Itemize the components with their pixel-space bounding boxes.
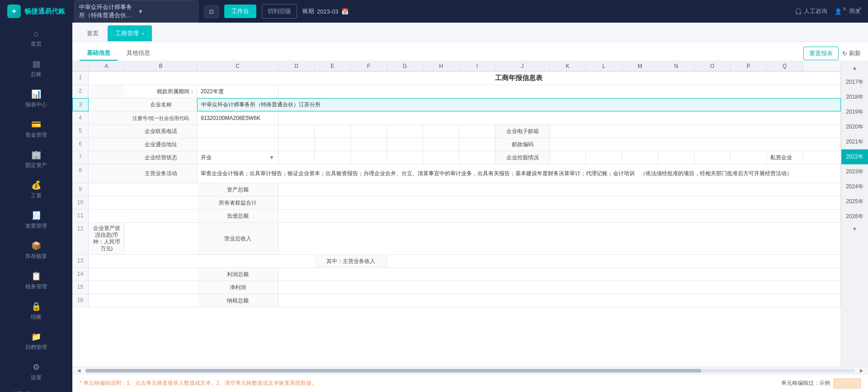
sidebar-item-archive[interactable]: 📁 归档管理 [0, 325, 72, 356]
company-selector[interactable]: 中审众环会计师事务所（特殊普通合伙… ▼ [74, 0, 198, 23]
cell-7K[interactable] [550, 151, 586, 164]
subtab-basic[interactable]: 基础信息 [80, 46, 118, 61]
tab-home[interactable]: 首页 [80, 26, 106, 41]
cell-7D[interactable] [278, 151, 315, 164]
sidebar-item-close[interactable]: 🔒 结账 [0, 295, 72, 325]
cell-5F[interactable] [351, 125, 387, 138]
cell-5E[interactable] [315, 125, 351, 138]
cell-4rest[interactable] [278, 112, 841, 124]
cell-5H[interactable] [423, 125, 459, 138]
cell-5D[interactable] [278, 125, 315, 138]
cell-11rest[interactable] [278, 210, 841, 222]
cell-14rest[interactable] [278, 268, 841, 281]
cell-3B[interactable]: 企业名称 [125, 98, 197, 111]
cell-7N[interactable] [658, 151, 694, 164]
cell-16rest[interactable] [278, 294, 841, 307]
cell-8B[interactable]: 主营业务活动 [125, 164, 197, 183]
cell-6A[interactable] [89, 138, 125, 151]
cell-11B[interactable] [125, 210, 197, 222]
cell-6D[interactable] [278, 138, 315, 151]
year-item-2023[interactable]: 2023年 [841, 164, 868, 179]
cell-2rest[interactable] [278, 85, 841, 98]
cell-16C[interactable]: 纳税总额 [197, 294, 278, 307]
cell-3C[interactable]: 中审众环会计师事务所（特殊普通合伙）江苏分所 [197, 98, 841, 111]
cell-13rest[interactable] [387, 255, 841, 268]
cell-6C[interactable] [197, 138, 278, 151]
cell-8C[interactable]: 审查企业会计报表；出具审计报告；验证企业资本；出具验资报告；办理企业合并、分立、… [197, 164, 841, 183]
cell-14B[interactable] [125, 268, 197, 281]
cell-15C[interactable]: 净利润 [197, 281, 278, 294]
cell-10B[interactable] [125, 196, 197, 209]
scroll-left-arrow[interactable]: ◄ [74, 367, 84, 374]
copy-button[interactable]: ⊡ [204, 5, 219, 18]
cell-4C[interactable]: 91320100MA208E5W6K [197, 112, 278, 124]
cell-6B[interactable]: 企业通信地址 [125, 138, 197, 151]
year-item-2018[interactable]: 2018年 [841, 90, 868, 105]
cell-1B[interactable] [125, 72, 197, 85]
year-item-2020[interactable]: 2020年 [841, 120, 868, 134]
sidebar-item-asset[interactable]: 🏢 固定资产 [0, 143, 72, 174]
cell-13C[interactable] [197, 255, 278, 268]
cell-7I[interactable] [459, 151, 495, 164]
cell-9rest[interactable] [278, 183, 841, 196]
cell-12C[interactable]: 营业总收入 [197, 223, 278, 254]
horizontal-scrollbar[interactable]: ◄ ► [72, 367, 868, 374]
cell-7J[interactable]: 企业控股情况 [495, 151, 550, 164]
cell-11C[interactable]: 负债总额 [197, 210, 278, 222]
year-item-2021[interactable]: 2021年 [841, 134, 868, 149]
cell-5C[interactable] [197, 125, 278, 138]
cell-13E[interactable]: 其中：主营业务收入 [315, 255, 387, 268]
year-item-2026[interactable]: 2026年 [841, 209, 868, 224]
cell-6E[interactable] [315, 138, 351, 151]
year-item-2024[interactable]: 2024年 [841, 179, 868, 194]
workbench-button[interactable]: 工作台 [224, 5, 256, 18]
cell-15A[interactable] [89, 281, 125, 294]
year-item-2019[interactable]: 2019年 [841, 105, 868, 120]
cell-2C[interactable]: 2022年度 [197, 85, 278, 98]
cell-14A[interactable] [89, 268, 125, 281]
cell-7G[interactable] [387, 151, 423, 164]
spreadsheet-main[interactable]: A B C D E F G H I J K L M [72, 61, 841, 367]
scroll-right-arrow[interactable]: ► [857, 367, 866, 374]
cell-1A[interactable] [89, 72, 125, 85]
cell-9A[interactable] [89, 183, 125, 196]
cell-5B[interactable]: 企业联系电话 [125, 125, 197, 138]
scroll-thumb[interactable] [85, 369, 701, 373]
cell-5rest[interactable] [550, 125, 841, 138]
refresh-button[interactable]: ↻ 刷新 [842, 49, 861, 57]
cell-14C[interactable]: 利润总额 [197, 268, 278, 281]
cell-6H[interactable] [423, 138, 459, 151]
cell-13B[interactable] [125, 255, 197, 268]
cell-7B[interactable]: 企业经营状态 [125, 151, 197, 164]
calendar-icon[interactable]: 📅 [341, 8, 349, 15]
cell-6I[interactable] [459, 138, 495, 151]
cell-9C[interactable]: 资产总额 [197, 183, 278, 196]
year-scroll-down[interactable]: ▼ [848, 224, 862, 234]
cell-5I[interactable] [459, 125, 495, 138]
year-item-2017[interactable]: 2017年 [841, 75, 868, 90]
cell-7C[interactable]: 开业 ▼ [197, 151, 278, 164]
cell-5J[interactable]: 企业电子邮箱 [495, 125, 550, 138]
cell-4A[interactable] [89, 112, 125, 124]
cell-7F[interactable] [351, 151, 387, 164]
cell-10A[interactable] [89, 196, 125, 209]
cell-16B[interactable] [125, 294, 197, 307]
cell-12A[interactable]: 企业资产状况信息(币种：人民币万元) [89, 223, 125, 254]
cell-10C[interactable]: 所有者权益合计 [197, 196, 278, 209]
cell-12B[interactable] [125, 223, 197, 254]
cell-6F[interactable] [351, 138, 387, 151]
cell-2B[interactable]: 税款所属期间： [125, 85, 197, 98]
cell-5A[interactable] [89, 125, 125, 138]
old-version-button[interactable]: 切到旧版 [262, 4, 297, 19]
sidebar-item-settings[interactable]: ⚙ 设置 [0, 356, 72, 386]
cell-2AB[interactable] [89, 85, 125, 98]
service-button[interactable]: 🎧 人工咨询 [795, 7, 827, 15]
cell-5G[interactable] [387, 125, 423, 138]
reset-table-button[interactable]: 重置报表 [803, 47, 839, 60]
cell-7A[interactable] [89, 151, 125, 164]
cell-6G[interactable] [387, 138, 423, 151]
cell-13A[interactable] [89, 255, 125, 268]
cell-8A[interactable] [89, 164, 125, 183]
cell-11A[interactable] [89, 210, 125, 222]
sidebar-item-stock[interactable]: 📦 库存核算 [0, 234, 72, 265]
